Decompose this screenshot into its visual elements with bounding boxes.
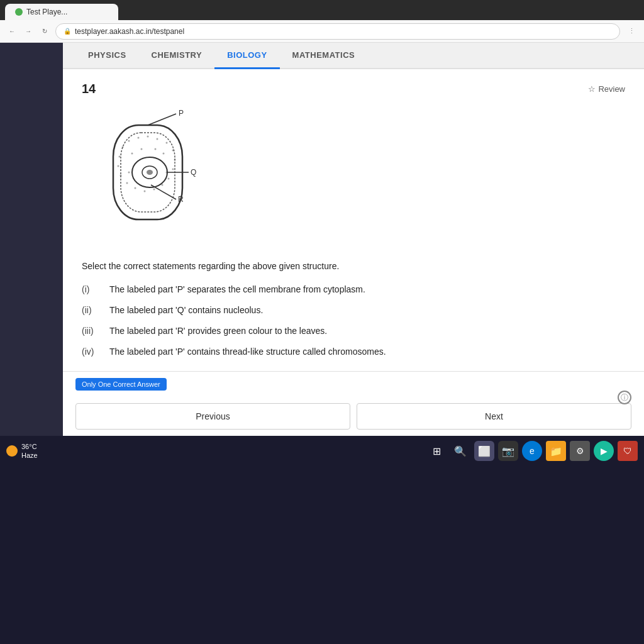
options-list: (i) The labeled part 'P' separates the c… (82, 283, 625, 358)
option-ii-label: (ii) (82, 304, 104, 317)
tab-biology[interactable]: BIOLOGY (214, 43, 279, 69)
option-ii: (ii) The labeled part 'Q' contains nucle… (82, 304, 625, 317)
browser-window: Test Playe... ← → ↻ 🔒 testplayer.aakash.… (0, 0, 644, 436)
weather-text: 36°C Haze (21, 442, 38, 460)
svg-text:R: R (178, 195, 184, 204)
svg-point-16 (118, 165, 119, 167)
option-iii-text: The labeled part 'R' provides green colo… (109, 325, 327, 338)
url-text: testplayer.aakash.ac.in/testpanel (75, 27, 184, 36)
svg-text:P: P (179, 109, 184, 118)
svg-point-23 (141, 148, 143, 150)
cell-diagram-svg: P Q R (94, 106, 208, 245)
svg-line-33 (151, 185, 176, 199)
svg-point-4 (157, 138, 158, 140)
svg-point-14 (126, 182, 128, 184)
bottom-section: Only One Correct Answer ⓘ Previous Next (63, 371, 644, 436)
svg-point-24 (155, 148, 157, 150)
active-browser-tab[interactable]: Test Playe... (5, 4, 118, 20)
cell-diagram: P Q R (94, 106, 220, 247)
svg-point-5 (166, 142, 168, 144)
question-area: 14 ☆ Review (63, 69, 644, 371)
svg-point-12 (144, 191, 146, 192)
weather-temp: 36°C (21, 442, 38, 451)
svg-point-1 (128, 140, 130, 142)
files-icon[interactable]: 📁 (546, 441, 566, 461)
svg-point-3 (147, 136, 149, 138)
url-input[interactable]: 🔒 testplayer.aakash.ac.in/testpanel (55, 23, 620, 40)
answer-type-badge: Only One Correct Answer (75, 378, 631, 397)
browser-tab-strip: Test Playe... (0, 0, 644, 20)
ext-icon-1: ⋮ (625, 25, 638, 38)
security-icon[interactable]: 🛡 (618, 441, 638, 461)
task-view-button[interactable]: ⬜ (474, 441, 494, 461)
option-ii-text: The labeled part 'Q' contains nucleolus. (109, 304, 263, 317)
option-iv-label: (iv) (82, 345, 104, 358)
previous-button[interactable]: Previous (75, 403, 350, 430)
svg-point-13 (135, 187, 136, 189)
content-wrapper: PHYSICS CHEMISTRY BIOLOGY MATHEMATICS 14… (0, 43, 644, 436)
question-number: 14 (82, 82, 96, 96)
option-i: (i) The labeled part 'P' separates the c… (82, 283, 625, 296)
svg-point-2 (138, 137, 140, 139)
question-header: 14 ☆ Review (82, 82, 625, 96)
option-iii-label: (iii) (82, 325, 104, 338)
svg-point-11 (153, 189, 155, 191)
next-button[interactable]: Next (357, 403, 631, 430)
extension-icons: ⋮ (625, 25, 638, 38)
info-icon[interactable]: ⓘ (618, 391, 631, 404)
lock-icon: 🔒 (64, 28, 71, 35)
weather-icon (6, 445, 18, 457)
taskbar: 36°C Haze ⊞ 🔍 ⬜ 📷 e 📁 ⚙ ▶ 🛡 (0, 436, 644, 466)
option-iii: (iii) The labeled part 'R' provides gree… (82, 325, 625, 338)
tab-label: Test Playe... (26, 8, 67, 16)
svg-line-29 (148, 114, 176, 125)
option-i-text: The labeled part 'P' separates the cell … (109, 283, 365, 296)
svg-point-28 (147, 170, 153, 175)
svg-text:Q: Q (191, 168, 196, 177)
edge-browser-icon[interactable]: e (522, 441, 542, 461)
option-i-label: (i) (82, 283, 104, 296)
tab-favicon (15, 8, 23, 16)
star-icon: ☆ (588, 84, 596, 94)
tab-chemistry[interactable]: CHEMISTRY (139, 43, 215, 68)
tab-mathematics[interactable]: MATHEMATICS (280, 43, 368, 68)
test-panel: PHYSICS CHEMISTRY BIOLOGY MATHEMATICS 14… (63, 43, 644, 436)
tab-physics[interactable]: PHYSICS (75, 43, 139, 68)
back-button[interactable]: ← (6, 26, 18, 37)
navigation-buttons: Previous Next (75, 397, 631, 436)
left-sidebar (0, 43, 63, 436)
windows-start-button[interactable]: ⊞ (426, 441, 447, 461)
svg-point-20 (163, 153, 165, 155)
review-label: Review (598, 84, 625, 94)
option-iv: (iv) The labeled part 'P' contains threa… (82, 345, 625, 358)
svg-point-17 (119, 156, 121, 158)
svg-point-10 (162, 184, 164, 186)
question-text: Select the correct statements regarding … (82, 260, 625, 273)
forward-button[interactable]: → (23, 26, 34, 37)
settings-icon[interactable]: ⚙ (570, 441, 590, 461)
address-bar-row: ← → ↻ 🔒 testplayer.aakash.ac.in/testpane… (0, 20, 644, 43)
weather-widget: 36°C Haze (6, 442, 38, 460)
svg-point-8 (172, 169, 174, 170)
review-button[interactable]: ☆ Review (588, 84, 625, 94)
weather-desc: Haze (21, 451, 38, 460)
media-icon[interactable]: ▶ (594, 441, 614, 461)
svg-point-19 (131, 153, 133, 155)
camera-taskbar-icon[interactable]: 📷 (498, 441, 518, 461)
subject-tabs: PHYSICS CHEMISTRY BIOLOGY MATHEMATICS (63, 43, 644, 69)
answer-type-text: Only One Correct Answer (75, 378, 167, 391)
refresh-button[interactable]: ↻ (39, 26, 50, 37)
svg-point-21 (128, 172, 130, 174)
taskbar-icons: ⊞ 🔍 ⬜ 📷 e 📁 ⚙ ▶ 🛡 (426, 441, 638, 461)
svg-point-9 (168, 178, 170, 180)
search-taskbar-button[interactable]: 🔍 (450, 441, 470, 461)
option-iv-text: The labeled part 'P' contains thread-lik… (109, 345, 386, 358)
